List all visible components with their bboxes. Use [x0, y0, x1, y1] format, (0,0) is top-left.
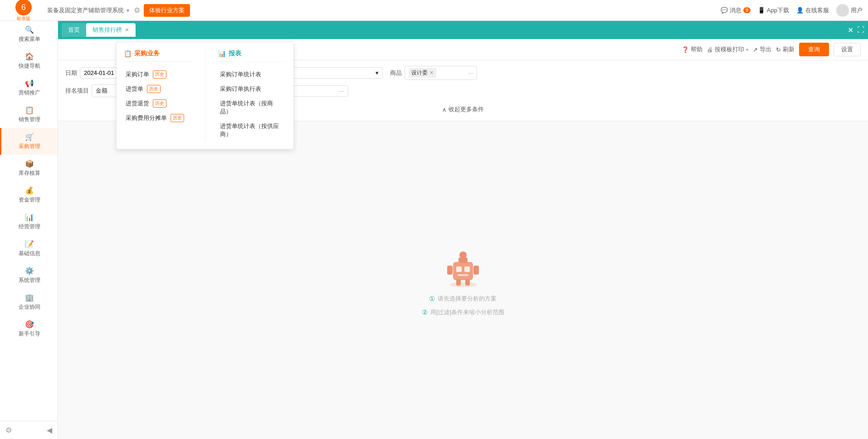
- refresh-btn[interactable]: ↻ 刷新: [776, 45, 795, 54]
- business-title-text: 采购业务: [134, 49, 160, 58]
- sidebar: 🔍 搜索菜单 🏠 快捷导航 📢 营销推广 📋 销售管理 🛒 采购管理 📦: [0, 21, 58, 439]
- sidebar-item-quick-nav[interactable]: 🏠 快捷导航: [0, 48, 58, 74]
- tab-expand-btn[interactable]: ⛶: [857, 26, 864, 35]
- sidebar-label-finance: 资金管理: [19, 196, 40, 204]
- online-service-btn[interactable]: 👤 在线客服: [796, 6, 829, 15]
- empty-illustration: [440, 244, 486, 289]
- menu-item-purchase-expense[interactable]: 采购费用分摊单 历史: [124, 111, 192, 125]
- menu-item-order-exec[interactable]: 采购订单执行表: [218, 82, 287, 96]
- collapse-icon: ∧: [442, 106, 447, 113]
- print-btn[interactable]: 🖨 按模板打印 ▾: [707, 45, 748, 54]
- tab-sales-ranking-label: 销售排行榜: [93, 26, 122, 34]
- purchase-dropdown-menu: 📋 采购业务 采购订单 历史 进货单 历史 进货退货 历史: [116, 42, 294, 149]
- menu-section-reports: 📊 报表 采购订单统计表 采购订单执行表 进货单统计表（按商品） 进货单统计表（…: [218, 49, 287, 142]
- sidebar-settings-btn[interactable]: ⚙: [5, 426, 12, 434]
- svg-rect-3: [453, 262, 473, 280]
- goods-tag: 设计委 ✕: [409, 68, 436, 78]
- help-icon: ❓: [682, 46, 689, 53]
- message-btn[interactable]: 💬 消息 9: [721, 6, 751, 15]
- top-bar: 6 标准版 装备及固定资产辅助管理系统 ▾ ⚙ 体验行业方案 💬 消息 9 📱 …: [0, 0, 868, 21]
- purchase-expense-label: 采购费用分摊单: [126, 114, 167, 122]
- svg-rect-10: [456, 279, 461, 286]
- svg-point-12: [459, 252, 467, 259]
- phone-icon: 📱: [758, 7, 765, 14]
- marketing-icon: 📢: [25, 79, 34, 88]
- goods-dots[interactable]: ···: [468, 69, 473, 76]
- sidebar-label-purchase: 采购管理: [19, 143, 40, 150]
- collapse-btn[interactable]: ∧ 收起更多条件: [442, 104, 484, 115]
- goods-return-label: 进货退货: [126, 99, 149, 108]
- sidebar-item-guide[interactable]: 🎯 新手引导: [0, 316, 58, 342]
- sidebar-item-system[interactable]: ⚙️ 系统管理: [0, 262, 58, 289]
- sidebar-label-basic: 基础信息: [19, 250, 40, 257]
- sidebar-item-purchase[interactable]: 🛒 采购管理: [0, 128, 58, 155]
- goods-stats-item-label: 进货单统计表（按商品）: [220, 99, 285, 116]
- tab-close-all-btn[interactable]: ✕: [848, 26, 853, 35]
- sidebar-item-marketing[interactable]: 📢 营销推广: [0, 74, 58, 101]
- doc-status-input[interactable]: ▾: [292, 67, 383, 79]
- menu-item-goods-stats-by-supplier[interactable]: 进货单统计表（按供应商）: [218, 119, 287, 142]
- menu-reports-title: 📊 报表: [218, 49, 287, 62]
- menu-item-purchase-order[interactable]: 采购订单 历史: [124, 67, 192, 82]
- menu-item-goods-stats-by-item[interactable]: 进货单统计表（按商品）: [218, 96, 287, 119]
- goods-label: 商品: [390, 69, 402, 77]
- tab-controls: ✕ ⛶: [848, 26, 864, 35]
- search-icon: 🔍: [25, 25, 34, 34]
- empty-state: ① 请先选择要分析的方案 ② 用[过滤]条件来缩小分析范围: [422, 244, 504, 316]
- print-dropdown-arrow: ▾: [746, 47, 748, 52]
- enterprise-icon: 🏢: [25, 293, 34, 302]
- operation-icon: 📊: [25, 213, 34, 222]
- tab-close-btn[interactable]: ✕: [125, 27, 129, 33]
- export-label: 导出: [760, 45, 771, 54]
- svg-point-2: [449, 282, 477, 287]
- system-icon: ⚙️: [25, 266, 34, 275]
- sidebar-item-operation[interactable]: 📊 经营管理: [0, 208, 58, 235]
- svg-text:6: 6: [21, 3, 26, 12]
- sidebar-item-basic[interactable]: 📝 基础信息: [0, 235, 58, 262]
- sidebar-item-inventory[interactable]: 📦 库存核算: [0, 155, 58, 182]
- user-btn[interactable]: 用户: [836, 4, 863, 17]
- date-label: 日期: [65, 69, 77, 77]
- svg-rect-11: [465, 279, 470, 286]
- system-settings-btn[interactable]: ⚙: [134, 6, 140, 15]
- menu-item-goods-return[interactable]: 进货退货 历史: [124, 96, 192, 111]
- system-title-text: 装备及固定资产辅助管理系统: [47, 6, 124, 15]
- export-icon: ↗: [753, 46, 758, 53]
- goods-tag-remove[interactable]: ✕: [429, 70, 434, 76]
- order-stats-label: 采购订单统计表: [220, 70, 261, 79]
- sidebar-item-enterprise[interactable]: 🏢 企业协同: [0, 289, 58, 316]
- system-dropdown-btn[interactable]: ▾: [127, 7, 129, 14]
- help-btn[interactable]: ❓ 帮助: [682, 45, 702, 54]
- sidebar-label-system: 系统管理: [19, 276, 40, 284]
- filter-goods: 商品 设计委 ✕ ···: [390, 66, 477, 80]
- menu-business-title: 📋 采购业务: [124, 49, 192, 62]
- menu-item-order-stats[interactable]: 采购订单统计表: [218, 67, 287, 82]
- customer-dots: ···: [339, 88, 344, 94]
- svg-rect-6: [458, 274, 468, 276]
- industry-btn[interactable]: 体验行业方案: [144, 4, 190, 17]
- sidebar-label-enterprise: 企业协同: [19, 303, 40, 311]
- purchase-icon: 🛒: [25, 133, 34, 141]
- goods-receipt-label: 进货单: [126, 85, 143, 93]
- sidebar-item-search[interactable]: 🔍 搜索菜单: [0, 21, 58, 48]
- settings-small-btn[interactable]: 设置: [834, 43, 861, 56]
- tab-sales-ranking[interactable]: 销售排行榜 ✕: [86, 23, 136, 37]
- online-service-label: 在线客服: [805, 6, 829, 15]
- svg-rect-9: [473, 266, 479, 275]
- app-download-btn[interactable]: 📱 App下载: [758, 6, 789, 15]
- menu-item-goods-receipt[interactable]: 进货单 历史: [124, 82, 192, 96]
- history-badge-2: 历史: [153, 99, 166, 108]
- sidebar-item-finance[interactable]: 💰 资金管理: [0, 182, 58, 208]
- sidebar-item-sales[interactable]: 📋 销售管理: [0, 101, 58, 128]
- content-area: 首页 销售排行榜 ✕ ✕ ⛶ ❓ 帮助: [58, 21, 868, 439]
- sidebar-label-inventory: 库存核算: [19, 169, 40, 177]
- query-btn[interactable]: 查询: [799, 43, 829, 56]
- export-btn[interactable]: ↗ 导出: [753, 45, 771, 54]
- sidebar-label-quick-nav: 快捷导航: [19, 62, 40, 70]
- finance-icon: 💰: [25, 186, 34, 195]
- service-icon: 👤: [796, 7, 804, 14]
- sidebar-collapse-btn[interactable]: ◀: [47, 426, 52, 434]
- goods-input[interactable]: 设计委 ✕ ···: [405, 66, 477, 80]
- tab-home[interactable]: 首页: [62, 23, 86, 37]
- history-badge-3: 历史: [171, 114, 184, 122]
